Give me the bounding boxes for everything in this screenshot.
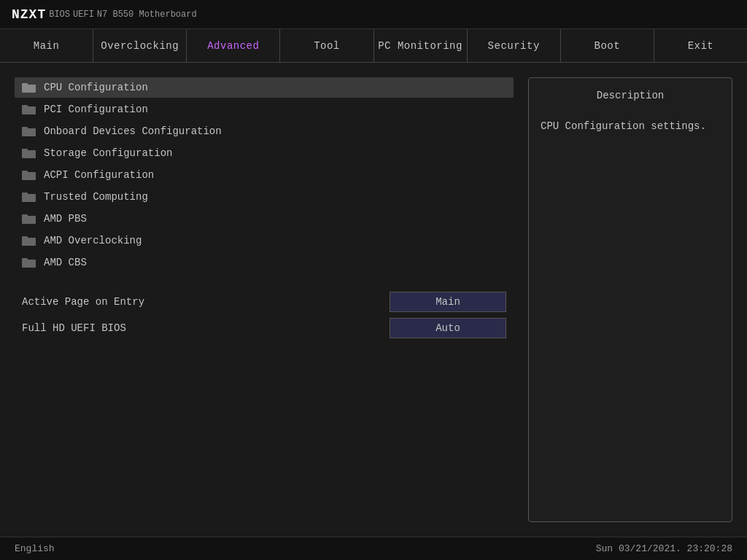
nav-tool[interactable]: Tool [280,29,374,62]
logo-subtitle: N7 B550 Motherboard [97,9,197,20]
menu-amd-overclocking[interactable]: AMD Overclocking [15,230,514,251]
full-hd-value[interactable]: Auto [390,318,506,338]
menu-onboard-devices-label: Onboard Devices Configuration [44,125,222,137]
menu-cpu-configuration-label: CPU Configuration [44,82,148,93]
folder-icon-pci [22,104,36,115]
svg-rect-6 [22,150,36,158]
settings-section: Active Page on Entry Main Full HD UEFI B… [15,289,514,341]
nav-exit[interactable]: Exit [654,29,747,62]
nav-security[interactable]: Security [468,29,561,62]
svg-rect-4 [22,128,36,136]
logo-bios: BIOS [49,9,70,20]
menu-pci-configuration[interactable]: PCI Configuration [15,99,514,120]
menu-acpi-configuration[interactable]: ACPI Configuration [15,165,514,185]
menu-onboard-devices[interactable]: Onboard Devices Configuration [15,121,514,141]
description-title: Description [541,90,720,107]
svg-rect-17 [22,258,28,260]
svg-rect-3 [22,105,28,107]
menu-amd-cbs[interactable]: AMD CBS [15,252,514,273]
full-hd-row: Full HD UEFI BIOS Auto [15,315,514,341]
menu-amd-overclocking-label: AMD Overclocking [44,235,142,246]
menu-amd-pbs[interactable]: AMD PBS [15,209,514,229]
folder-icon-onboard [22,125,36,137]
nav-boot[interactable]: Boot [561,29,654,62]
menu-pci-configuration-label: PCI Configuration [44,104,148,115]
footer: English Sun 03/21/2021. 23:20:28 [0,537,747,560]
nav-advanced[interactable]: Advanced [187,29,280,62]
description-text: CPU Configuration settings. [541,119,720,134]
header: NZXT BIOS UEFI N7 B550 Motherboard [0,0,747,29]
svg-rect-8 [22,172,36,180]
menu-cpu-configuration[interactable]: CPU Configuration [15,77,514,98]
folder-icon-acpi [22,169,36,181]
folder-icon-storage [22,147,36,159]
svg-rect-11 [22,192,28,195]
nav-main[interactable]: Main [0,29,93,62]
svg-rect-9 [22,171,28,173]
svg-rect-16 [22,260,36,268]
main-content: CPU Configuration PCI Configuration Onbo… [0,63,747,537]
folder-icon [22,82,36,93]
menu-trusted-computing[interactable]: Trusted Computing [15,187,514,207]
active-page-value[interactable]: Main [390,292,506,312]
navbar: Main Overclocking Advanced Tool PC Monit… [0,29,747,63]
logo-uefi: UEFI [73,9,94,20]
description-panel: Description CPU Configuration settings. [528,77,732,522]
folder-icon-amd-pbs [22,213,36,225]
footer-datetime: Sun 03/21/2021. 23:20:28 [596,543,732,554]
folder-icon-amd-overclocking [22,235,36,246]
logo-brand: NZXT [12,7,46,22]
menu-amd-cbs-label: AMD CBS [44,257,87,268]
menu-storage-configuration-label: Storage Configuration [44,147,172,159]
full-hd-label: Full HD UEFI BIOS [15,322,390,334]
svg-rect-13 [22,214,28,217]
svg-rect-10 [22,194,36,202]
svg-rect-5 [22,127,28,129]
svg-rect-2 [22,106,36,114]
active-page-row: Active Page on Entry Main [15,289,514,315]
active-page-label: Active Page on Entry [15,296,390,308]
folder-icon-amd-cbs [22,257,36,268]
menu-storage-configuration[interactable]: Storage Configuration [15,143,514,163]
menu-acpi-configuration-label: ACPI Configuration [44,169,154,181]
nav-pc-monitoring[interactable]: PC Monitoring [374,29,468,62]
svg-rect-0 [22,85,36,93]
svg-rect-7 [22,149,28,151]
svg-rect-12 [22,216,36,224]
svg-rect-1 [22,83,28,85]
left-panel: CPU Configuration PCI Configuration Onbo… [15,77,514,522]
footer-language: English [15,543,55,554]
menu-amd-pbs-label: AMD PBS [44,213,87,225]
nav-overclocking[interactable]: Overclocking [93,29,187,62]
svg-rect-15 [22,236,28,238]
menu-trusted-computing-label: Trusted Computing [44,191,148,203]
svg-rect-14 [22,238,36,246]
folder-icon-trusted [22,191,36,203]
